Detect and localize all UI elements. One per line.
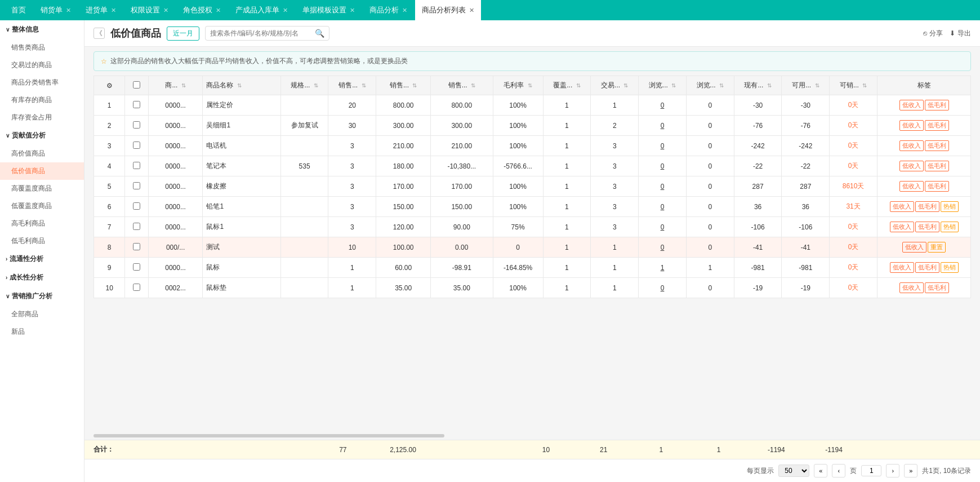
sidebar-item-low-coverage[interactable]: 低覆盖度商品: [0, 197, 84, 215]
browse-link[interactable]: 0: [661, 122, 665, 130]
sidebar-section-contribution[interactable]: ∨ 贡献值分析: [0, 126, 84, 145]
scrollbar-thumb[interactable]: [93, 434, 444, 437]
close-icon[interactable]: ✕: [402, 7, 407, 14]
nav-home[interactable]: 首页: [5, 0, 33, 20]
sidebar-section-overall[interactable]: ∨ 整体信息: [0, 20, 84, 39]
row-browse1[interactable]: 0: [639, 95, 687, 116]
filter-period-button[interactable]: 近一月: [167, 26, 199, 41]
row-checkbox[interactable]: [133, 162, 140, 169]
browse-link[interactable]: 0: [661, 203, 665, 211]
sidebar-item-traded-goods[interactable]: 交易过的商品: [0, 56, 84, 74]
browse-link[interactable]: 0: [661, 284, 665, 292]
sidebar-item-has-stock[interactable]: 有库存的商品: [0, 91, 84, 109]
sidebar-item-high-profit[interactable]: 高毛利商品: [0, 215, 84, 232]
nav-goods-analysis[interactable]: 商品分析 ✕: [363, 0, 414, 20]
row-checkbox-cell[interactable]: [125, 176, 148, 197]
close-icon[interactable]: ✕: [469, 7, 474, 14]
row-checkbox[interactable]: [133, 121, 140, 129]
th-sales2[interactable]: 销售... ⇅: [431, 76, 493, 95]
row-browse1[interactable]: 0: [639, 136, 687, 156]
row-checkbox[interactable]: [133, 101, 140, 108]
browse-link[interactable]: 1: [661, 264, 665, 272]
row-checkbox-cell[interactable]: [125, 156, 148, 176]
row-checkbox-cell[interactable]: [125, 237, 148, 258]
th-spec[interactable]: 规格... ⇅: [280, 76, 328, 95]
browse-link[interactable]: 0: [661, 223, 665, 231]
row-checkbox[interactable]: [133, 141, 140, 149]
nav-role[interactable]: 角色授权 ✕: [176, 0, 228, 20]
row-checkbox[interactable]: [133, 223, 140, 230]
browse-link[interactable]: 0: [661, 101, 665, 109]
row-checkbox-cell[interactable]: [125, 258, 148, 278]
th-browse1[interactable]: 浏览... ⇅: [639, 76, 687, 95]
th-cover[interactable]: 覆盖... ⇅: [543, 76, 591, 95]
th-curr[interactable]: 现有... ⇅: [734, 76, 782, 95]
th-gp[interactable]: 毛利率 ⇅: [493, 76, 543, 95]
row-browse1[interactable]: 0: [639, 278, 687, 298]
row-browse1[interactable]: 0: [639, 237, 687, 258]
close-icon[interactable]: ✕: [350, 7, 355, 14]
th-name[interactable]: 商品名称 ⇅: [203, 76, 280, 95]
th-gear[interactable]: ⚙: [94, 76, 125, 95]
browse-link[interactable]: 0: [661, 244, 665, 251]
sidebar-section-marketing[interactable]: ∨ 营销推广分析: [0, 287, 84, 306]
sidebar-item-high-coverage[interactable]: 高覆盖度商品: [0, 180, 84, 197]
search-input[interactable]: [210, 29, 311, 37]
nav-goods-list[interactable]: 商品分析列表 ✕: [415, 0, 481, 20]
close-icon[interactable]: ✕: [163, 7, 168, 14]
search-icon[interactable]: 🔍: [315, 29, 324, 38]
th-check[interactable]: [125, 76, 148, 95]
close-icon[interactable]: ✕: [66, 7, 71, 14]
row-checkbox[interactable]: [133, 284, 140, 291]
export-button[interactable]: ⬇ 导出: [950, 29, 971, 38]
sidebar-item-category-rate[interactable]: 商品分类销售率: [0, 74, 84, 91]
browse-link[interactable]: 0: [661, 183, 665, 191]
row-checkbox-cell[interactable]: [125, 95, 148, 116]
th-avail[interactable]: 可用... ⇅: [782, 76, 830, 95]
browse-link[interactable]: 0: [661, 162, 665, 170]
browse-link[interactable]: 0: [661, 142, 665, 150]
nav-template[interactable]: 单据模板设置 ✕: [296, 0, 362, 20]
horizontal-scrollbar[interactable]: [93, 434, 971, 437]
nav-sales[interactable]: 销货单 ✕: [34, 0, 78, 20]
sidebar-item-low-value[interactable]: 低价值商品: [0, 162, 84, 180]
sidebar-item-stock-fund[interactable]: 库存资金占用: [0, 109, 84, 126]
row-browse1[interactable]: 0: [639, 116, 687, 136]
nav-stock-in[interactable]: 产成品入库单 ✕: [229, 0, 295, 20]
row-checkbox[interactable]: [133, 263, 140, 271]
sidebar-item-sales-goods[interactable]: 销售类商品: [0, 39, 84, 56]
prev-page-button[interactable]: ‹: [832, 464, 845, 477]
th-sellable[interactable]: 可销... ⇅: [830, 76, 877, 95]
row-checkbox-cell[interactable]: [125, 197, 148, 217]
close-icon[interactable]: ✕: [283, 7, 288, 14]
next-page-button[interactable]: ›: [886, 464, 899, 477]
row-checkbox[interactable]: [133, 202, 140, 210]
row-browse1[interactable]: 0: [639, 176, 687, 197]
th-code[interactable]: 商... ⇅: [148, 76, 203, 95]
row-browse1[interactable]: 0: [639, 197, 687, 217]
row-checkbox-cell[interactable]: [125, 217, 148, 237]
close-icon[interactable]: ✕: [216, 7, 221, 14]
row-checkbox-cell[interactable]: [125, 136, 148, 156]
sidebar-item-all-goods[interactable]: 全部商品: [0, 306, 84, 323]
row-checkbox[interactable]: [133, 182, 140, 189]
sidebar-item-low-profit[interactable]: 低毛利商品: [0, 232, 84, 250]
sidebar-section-circulation[interactable]: › 流通性分析: [0, 250, 84, 268]
row-browse1[interactable]: 0: [639, 156, 687, 176]
th-trade[interactable]: 交易... ⇅: [591, 76, 639, 95]
page-size-select[interactable]: 50 100 200: [778, 465, 809, 477]
row-checkbox-cell[interactable]: [125, 116, 148, 136]
sidebar-item-new-goods[interactable]: 新品: [0, 323, 84, 341]
collapse-sidebar-button[interactable]: 《: [93, 28, 105, 39]
page-number-input[interactable]: [861, 465, 881, 476]
nav-permission[interactable]: 权限设置 ✕: [124, 0, 175, 20]
sidebar-section-growth[interactable]: › 成长性分析: [0, 268, 84, 287]
row-browse1[interactable]: 0: [639, 217, 687, 237]
select-all-checkbox[interactable]: [133, 81, 140, 89]
first-page-button[interactable]: «: [814, 464, 827, 477]
row-checkbox[interactable]: [133, 243, 140, 250]
row-browse1[interactable]: 1: [639, 258, 687, 278]
nav-purchase[interactable]: 进货单 ✕: [79, 0, 123, 20]
th-sales-amt[interactable]: 销售... ⇅: [376, 76, 431, 95]
th-sales-qty[interactable]: 销售... ⇅: [328, 76, 376, 95]
